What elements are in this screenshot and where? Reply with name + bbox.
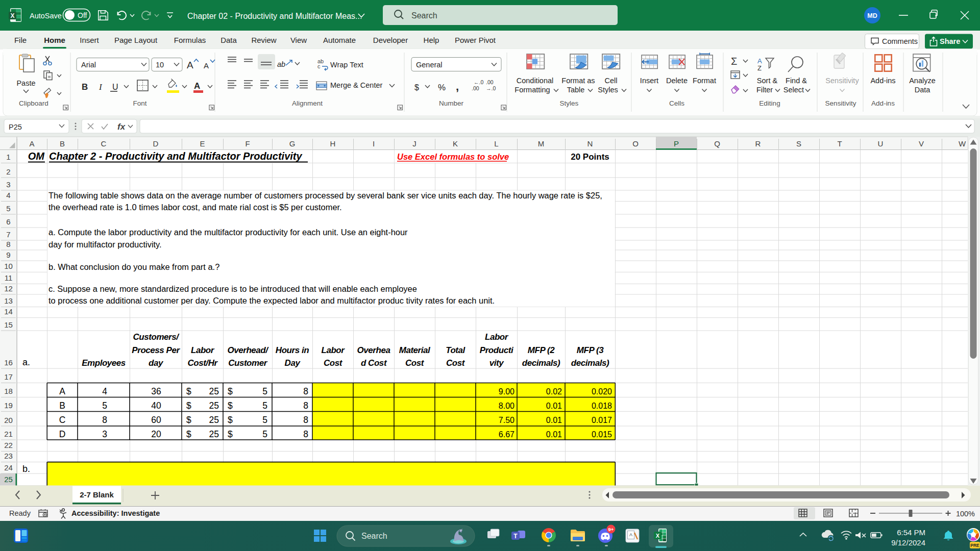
svg-text:6:54 PM: 6:54 PM [897,528,925,537]
svg-text:9: 9 [6,251,10,259]
svg-text:J: J [412,139,416,148]
svg-text:Cells: Cells [669,99,684,107]
svg-text:Chapter 02 - Productivity and: Chapter 02 - Productivity and Multifacto… [187,12,362,20]
svg-text:40: 40 [151,400,161,411]
svg-text:.00: .00 [472,85,479,91]
svg-text:Accessibility: Investigate: Accessibility: Investigate [71,509,160,517]
svg-text:Search: Search [361,532,387,540]
svg-text:Ready: Ready [9,509,31,517]
svg-text:d Cost: d Cost [361,358,387,368]
svg-text:$: $ [228,429,233,439]
svg-text:H: H [330,139,336,148]
svg-text:19: 19 [4,401,13,410]
svg-text:D: D [59,429,66,439]
svg-text:Delete: Delete [666,77,688,85]
svg-text:Select: Select [783,86,804,94]
svg-text:16: 16 [4,358,13,367]
svg-text:K: K [453,139,458,148]
svg-text:Σ: Σ [731,56,737,67]
svg-text:60: 60 [151,415,161,425]
svg-text:Comments: Comments [882,37,918,45]
svg-text:Sort &: Sort & [757,77,778,85]
svg-text:Cost/Hr: Cost/Hr [187,358,218,368]
svg-text:4: 4 [6,191,10,199]
svg-text:Filter: Filter [756,86,773,94]
svg-text:5: 5 [262,400,267,411]
svg-text:MFP (2: MFP (2 [528,345,555,355]
svg-text:17: 17 [4,372,13,381]
svg-text:.00: .00 [486,79,494,85]
svg-text:5: 5 [102,400,107,411]
svg-text:Process Per: Process Per [132,345,180,355]
svg-text:C: C [101,139,107,148]
svg-text:Arial: Arial [81,61,96,69]
svg-text:1: 1 [6,153,10,161]
svg-text:25: 25 [4,475,13,484]
svg-text:to process one additional cust: to process one additional customer per d… [48,296,495,305]
svg-text:5: 5 [262,429,267,439]
svg-text:0.01: 0.01 [546,416,562,424]
svg-text:20 Points: 20 Points [571,152,609,162]
svg-text:25: 25 [209,400,219,411]
svg-text:Find &: Find & [786,77,807,85]
svg-text:$: $ [228,400,233,411]
svg-text:M: M [538,139,545,148]
svg-text:8.00: 8.00 [499,402,514,410]
svg-text:S: S [796,139,801,148]
svg-text:Home: Home [44,36,65,44]
svg-text:Material: Material [399,345,431,355]
svg-text:11: 11 [5,273,13,282]
svg-text:a.: a. [22,357,30,367]
svg-text:0.020: 0.020 [592,387,612,396]
svg-text:2-7 Blank: 2-7 Blank [80,490,114,499]
svg-text:Cost: Cost [405,358,425,368]
svg-text:Editing: Editing [759,99,780,107]
svg-text:Insert: Insert [640,77,658,85]
svg-text:Format: Format [693,77,716,85]
svg-text:Conditional: Conditional [517,77,554,85]
svg-text:7.50: 7.50 [499,416,514,424]
svg-text:decimals): decimals) [522,358,560,368]
svg-text:N: N [587,139,593,148]
svg-text:5: 5 [262,386,267,396]
svg-text:A: A [187,60,193,70]
svg-text:PRE: PRE [970,543,979,548]
svg-text:7: 7 [6,230,10,239]
svg-text:18: 18 [4,387,13,395]
svg-text:V: V [919,139,924,148]
svg-text:A: A [59,386,65,396]
svg-text:Page Layout: Page Layout [114,36,158,44]
svg-text:Customers/: Customers/ [133,332,180,342]
svg-text:8: 8 [102,415,107,425]
svg-text:G: G [289,139,296,148]
svg-text:0.02: 0.02 [546,387,562,396]
svg-text:5: 5 [262,415,267,425]
svg-text:Employees: Employees [82,358,126,368]
svg-text:c. Suppose a new, more standar: c. Suppose a new, more standardized proc… [48,284,417,293]
svg-text:$: $ [186,415,191,425]
svg-text:vity: vity [489,358,504,368]
svg-text:X: X [656,533,660,539]
svg-text:24: 24 [4,463,13,472]
svg-text:22: 22 [4,441,13,449]
svg-text:,: , [456,80,459,93]
svg-text:Sensitivity: Sensitivity [825,99,856,107]
svg-text:Automate: Automate [323,36,356,44]
svg-text:9.00: 9.00 [499,387,514,396]
svg-text:b.: b. [22,464,30,474]
svg-text:%: % [438,83,446,92]
svg-text:R: R [755,139,761,148]
svg-text:Day: Day [285,358,301,368]
svg-text:Overhea: Overhea [357,345,390,355]
svg-text:Formulas: Formulas [174,36,206,44]
svg-text:Z: Z [757,64,762,72]
svg-text:Paste: Paste [16,79,35,87]
svg-text:day: day [149,358,164,368]
svg-text:U: U [112,83,118,91]
svg-text:Table: Table [567,86,585,94]
svg-text:Labor: Labor [191,345,215,355]
svg-text:12: 12 [4,284,13,293]
svg-text:←.0: ←.0 [474,79,483,85]
svg-text:3: 3 [6,180,10,189]
svg-text:25: 25 [209,386,219,396]
